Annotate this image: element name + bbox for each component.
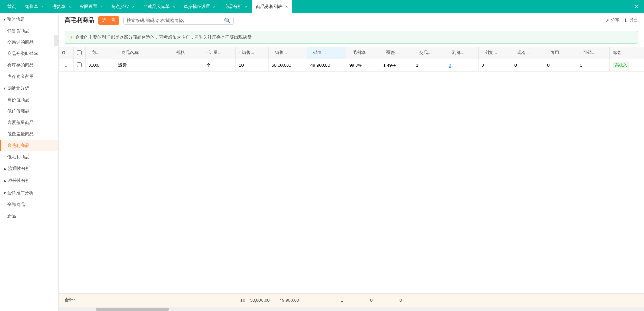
nav-tab-templates[interactable]: 单据模板设置 × — [179, 0, 220, 13]
row-view1: 0 — [446, 59, 478, 72]
settings-icon: ⚙ — [62, 50, 66, 55]
nav-tab-permissions[interactable]: 权限设置 × — [75, 0, 107, 13]
row-trans: 1 — [413, 59, 446, 72]
close-icon[interactable]: × — [132, 4, 134, 9]
col-sales-cost[interactable]: :销售... — [307, 47, 346, 59]
select-all-checkbox[interactable] — [77, 50, 82, 55]
col-saleable[interactable]: :可销... — [577, 47, 609, 59]
period-button[interactable]: 近一月 — [98, 16, 119, 25]
export-button[interactable]: ⬇ 导出 — [624, 17, 638, 23]
sidebar-item-category-rate[interactable]: 商品分类助销率 — [0, 48, 58, 59]
col-trans[interactable]: :交易... — [413, 47, 446, 59]
col-spec[interactable]: :规格... — [170, 47, 203, 59]
export-icon: ⬇ — [624, 18, 628, 23]
sidebar-item-all-goods[interactable]: 全部商品 — [0, 199, 58, 210]
sidebar-section-contribution[interactable]: ▾ 贡献量分析 — [0, 82, 58, 94]
search-box: 🔍 — [123, 17, 234, 25]
col-sales-amt[interactable]: :销售... — [269, 47, 307, 59]
close-icon[interactable]: × — [285, 4, 288, 9]
col-current[interactable]: :现有... — [511, 47, 544, 59]
chevron-down-icon: ▾ — [4, 86, 6, 90]
footer-label: 合计: — [65, 297, 94, 303]
window-close-button[interactable]: × — [632, 3, 641, 10]
sidebar-section-overall[interactable]: ▾ 整体信息 — [0, 13, 58, 25]
col-unit[interactable]: :计量... — [203, 47, 235, 59]
row-coverage: 1.49% — [380, 59, 413, 72]
content-header: 高毛利商品 近一月 🔍 ↗ 分享 ⬇ 导出 — [59, 13, 644, 28]
col-checkbox — [73, 47, 85, 59]
chevron-right-icon: ▶ — [4, 179, 7, 183]
horizontal-scrollbar[interactable] — [59, 307, 644, 311]
sidebar-collapse-button[interactable]: 《 — [54, 35, 59, 46]
sidebar-item-stock-capital[interactable]: 库存资金占用 — [0, 71, 58, 82]
footer-total: 合计: 10 50,000.00 49,900.00 1 0 0 — [59, 293, 644, 307]
close-icon[interactable]: × — [173, 4, 175, 9]
row-spec — [170, 59, 203, 72]
chevron-down-icon: ▾ — [4, 191, 6, 195]
nav-tab-roles[interactable]: 角色授权 × — [107, 0, 138, 13]
col-gross-rate[interactable]: :毛利率 — [346, 47, 380, 59]
nav-tab-analysis[interactable]: 商品分析 × — [220, 0, 252, 13]
row-select-checkbox[interactable] — [77, 62, 82, 67]
sidebar-section-marketing[interactable]: ▾ 营销推广分析 — [0, 187, 58, 199]
search-icon[interactable]: 🔍 — [224, 18, 230, 23]
chevron-down-icon: ▾ — [4, 17, 6, 21]
sidebar-item-high-margin[interactable]: 高毛利商品 — [0, 140, 58, 151]
header-actions: ↗ 分享 ⬇ 导出 — [605, 17, 638, 23]
footer-sales-amt: 50,000.00 — [243, 298, 273, 303]
content-area: 高毛利商品 近一月 🔍 ↗ 分享 ⬇ 导出 ✦ 企业的主要的利润都是这部分商品创… — [59, 13, 644, 311]
scrollbar-thumb[interactable] — [96, 308, 169, 311]
nav-tab-sales[interactable]: 销售单 × — [21, 0, 48, 13]
info-banner: ✦ 企业的主要的利润都是这部分商品创造的，可考虑加大推广，同时关注库存是不要出现… — [65, 31, 638, 44]
col-sales-qty[interactable]: :销售... — [236, 47, 269, 59]
footer-sales-qty: 10 — [97, 298, 243, 303]
nav-tab-home[interactable]: 首页 — [3, 0, 21, 13]
row-unit: 个 — [203, 59, 235, 72]
row-saleable: 0 — [577, 59, 609, 72]
nav-tab-purchase[interactable]: 进货单 × — [48, 0, 75, 13]
col-code[interactable]: :商... — [85, 47, 115, 59]
col-coverage[interactable]: :覆盖... — [380, 47, 413, 59]
footer-available: 0 — [375, 298, 405, 303]
sidebar: 《 ▾ 整体信息 销售货商品 交易过的商品 商品分类助销率 有库存的商品 库存资… — [0, 13, 59, 311]
sidebar-item-traded-goods[interactable]: 交易过的商品 — [0, 37, 58, 48]
col-available[interactable]: :可用... — [544, 47, 577, 59]
sidebar-item-new-goods[interactable]: 新品 — [0, 210, 58, 222]
sidebar-item-in-stock[interactable]: 有库存的商品 — [0, 59, 58, 71]
col-view2[interactable]: :浏览... — [478, 47, 511, 59]
row-available: 0 — [544, 59, 577, 72]
footer-sales-cost: 49,900.00 — [273, 298, 302, 303]
close-icon[interactable]: × — [213, 4, 215, 9]
close-icon[interactable]: × — [68, 4, 71, 9]
row-view2: 0 — [478, 59, 511, 72]
sidebar-item-low-margin[interactable]: 低毛利商品 — [0, 151, 58, 163]
view1-link[interactable]: 0 — [449, 63, 451, 68]
row-sales-amt: 50,000.00 — [269, 59, 307, 72]
row-name: 运费 — [115, 59, 170, 72]
share-button[interactable]: ↗ 分享 — [605, 17, 619, 23]
nav-tab-products[interactable]: 产成品入库单 × — [139, 0, 179, 13]
search-input[interactable] — [127, 18, 223, 23]
close-icon[interactable]: × — [100, 4, 102, 9]
sidebar-item-sales-goods[interactable]: 销售货商品 — [0, 25, 58, 37]
close-icon[interactable]: × — [41, 4, 43, 9]
col-view1[interactable]: :浏览... — [446, 47, 478, 59]
row-number: 1 — [59, 59, 73, 72]
sidebar-item-low-coverage[interactable]: 低覆盖量商品 — [0, 129, 58, 140]
close-icon[interactable]: × — [245, 4, 247, 9]
row-sales-cost: 49,900.00 — [307, 59, 346, 72]
sidebar-item-low-value[interactable]: 低价值商品 — [0, 106, 58, 117]
sidebar-section-flow[interactable]: ▶ 流通性分析 — [0, 163, 58, 175]
sidebar-item-high-coverage[interactable]: 高覆盖量商品 — [0, 117, 58, 129]
col-settings[interactable]: ⚙ — [59, 47, 73, 59]
nav-tab-analysis-list[interactable]: 商品分析列表 × — [252, 0, 292, 13]
sidebar-section-growth[interactable]: ▶ 成长性分析 — [0, 175, 58, 187]
sidebar-item-high-value[interactable]: 高价值商品 — [0, 94, 58, 106]
footer-current: 0 — [346, 298, 375, 303]
table-header-row: ⚙ :商... :商品名称 :规格... — [59, 47, 644, 59]
col-name[interactable]: :商品名称 — [115, 47, 170, 59]
row-tag: 高收入 — [609, 59, 644, 72]
top-navigation: 首页 销售单 × 进货单 × 权限设置 × 角色授权 × 产成品入库单 × 单据… — [0, 0, 644, 13]
col-tag: 标签 — [609, 47, 644, 59]
row-code: 0000... — [85, 59, 115, 72]
